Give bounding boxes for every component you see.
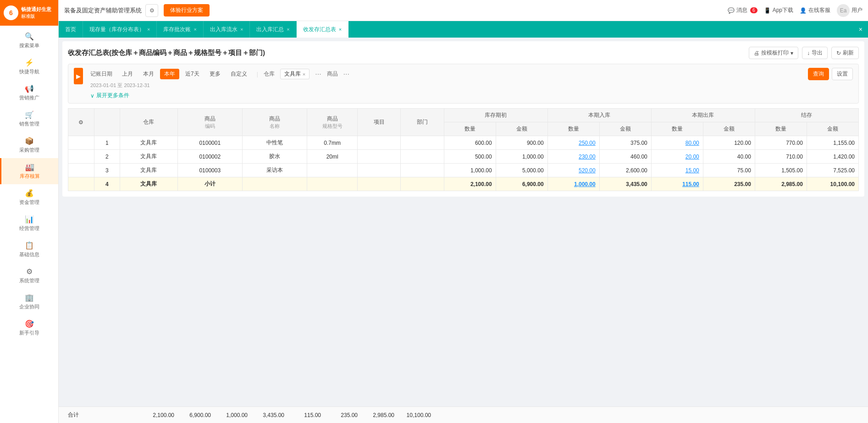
print-button[interactable]: 🖨 按模板打印 ▾ [749,47,798,59]
row3-balance-qty: 1,505.00 [755,164,807,177]
subtotal-settings [68,177,94,191]
date-label: 记账日期 [90,70,112,78]
row3-in-qty[interactable]: 520.00 [547,164,599,177]
close-all-tabs-button[interactable]: × [853,21,868,38]
total-out-amt: 235.00 [325,412,361,418]
quick-nav-icon: ⚡ [25,58,34,67]
subtotal-opening-qty: 2,100.00 [444,177,496,191]
sidebar-item-newbie[interactable]: 🎯 新手引导 [0,315,58,341]
row3-opening-qty: 1,000.00 [444,164,496,177]
row1-project [358,136,401,150]
tab-receipt-summary[interactable]: 收发存汇总表 × [297,21,348,38]
sidebar-item-basic-info[interactable]: 📋 基础信息 [0,236,58,263]
tab-inventory-dist[interactable]: 现存量（库存分布表） × [83,21,157,38]
goods-more-button[interactable]: ··· [343,70,349,78]
date-btn-last-month[interactable]: 上月 [118,69,137,79]
tab-io-summary[interactable]: 出入库汇总 × [250,21,296,38]
date-btn-custom[interactable]: 自定义 [227,69,251,79]
warehouse-remove-button[interactable]: × [303,71,305,77]
row2-spec: 20ml [307,150,358,164]
export-button[interactable]: ↓ 导出 [802,47,828,59]
total-balance-qty: 2,985.00 [361,412,398,418]
sidebar-item-corp[interactable]: 🏢 企业协同 [0,289,58,315]
query-button[interactable]: 查询 [808,68,829,80]
subtotal-in-amt: 3,435.00 [599,177,651,191]
date-buttons: 上月 本月 本年 近7天 更多 自定义 [118,69,251,79]
sidebar-item-purchase[interactable]: 📦 采购管理 [0,132,58,158]
tab-close-receipt-summary[interactable]: × [339,27,342,32]
sidebar-item-sales[interactable]: 🛒 销售管理 [0,106,58,132]
col-balance-amt-header: 金额 [807,122,858,136]
tab-close-io-summary[interactable]: × [287,27,289,32]
subtotal-opening-amt: 6,900.00 [496,177,547,191]
subtotal-empty2 [307,177,358,191]
sidebar-item-marketing[interactable]: 📢 营销推广 [0,80,58,106]
date-btn-this-month[interactable]: 本月 [139,69,158,79]
filter-row-date: 记账日期 上月 本月 本年 近7天 更多 自定义 | 仓库 文具库 [90,68,853,80]
tab-close-io-flow[interactable]: × [240,27,243,32]
tab-close-batch-account[interactable]: × [194,27,196,32]
logo-text: 畅捷通好生意 标准版 [21,6,51,19]
table-header-group-row: ⚙ 仓库 商品 编码 商品 名称 [68,109,859,122]
total-opening-amt: 6,900.00 [178,412,215,418]
expand-filter-button[interactable]: ∨ 展开更多条件 [90,92,853,99]
settings-filter-button[interactable]: 设置 [832,68,853,80]
column-settings-icon[interactable]: ⚙ [78,119,83,126]
app-download-button[interactable]: 📱 App下载 [764,6,793,14]
message-button[interactable]: 💬 消息 6 [728,6,757,14]
row3-out-qty[interactable]: 15.00 [651,164,703,177]
refresh-icon: ↻ [836,50,841,56]
filter-bar: ▶ 记账日期 上月 本月 本年 近7天 更多 自定义 | 仓库 [68,64,859,104]
refresh-button[interactable]: ↻ 刷新 [831,47,859,59]
col-in-qty-header: 数量 [547,122,599,136]
sidebar-item-search[interactable]: 🔍 搜索菜单 [0,27,58,54]
tab-home[interactable]: 首页 [59,21,83,38]
date-btn-more[interactable]: 更多 [205,69,225,79]
row1-out-qty[interactable]: 80.00 [651,136,703,150]
subtotal-balance-amt: 10,100.00 [807,177,858,191]
table-row: 2 文具库 0100002 胶水 20ml 500.00 1,000.00 23… [68,150,859,164]
date-btn-7days[interactable]: 近7天 [181,69,204,79]
row2-in-qty[interactable]: 230.00 [547,150,599,164]
sidebar-item-finance[interactable]: 💰 资金管理 [0,184,58,210]
row2-opening-qty: 500.00 [444,150,496,164]
date-btn-this-year[interactable]: 本年 [160,69,179,79]
total-opening-qty: 2,100.00 [141,412,178,418]
row2-settings [68,150,94,164]
inventory-icon: 🏭 [25,163,34,171]
search-icon: 🔍 [25,32,34,41]
total-balance-amt: 10,100.00 [398,412,435,418]
sidebar-item-system[interactable]: ⚙ 系统管理 [0,263,58,289]
row1-in-qty[interactable]: 250.00 [547,136,599,150]
purchase-icon: 📦 [25,137,34,145]
col-out-group-header: 本期出库 [651,109,755,122]
trial-button[interactable]: 体验行业方案 [164,4,210,16]
warehouse-more-button[interactable]: ··· [315,70,321,78]
tab-batch-account[interactable]: 库存批次账 × [157,21,203,38]
gear-button[interactable]: ⚙ [145,4,158,17]
col-dept-header: 部门 [401,109,444,136]
row2-out-qty[interactable]: 20.00 [651,150,703,164]
col-settings-header: ⚙ [68,109,94,136]
row2-opening-amt: 1,000.00 [496,150,547,164]
subtotal-balance-qty: 2,985.00 [755,177,807,191]
date-range-row: 2023-01-01 至 2023-12-31 [90,82,853,89]
col-in-amt-header: 金额 [599,122,651,136]
user-menu[interactable]: Ea 用户 [837,4,862,17]
subtotal-warehouse: 文具库 [120,177,178,191]
tab-close-inventory-dist[interactable]: × [147,27,150,32]
sidebar-item-inventory[interactable]: 🏭 库存核算 [0,158,58,184]
row1-out-amt: 120.00 [703,136,755,150]
table-row: 3 文具库 0100003 采访本 1,000.00 5,000.00 520.… [68,164,859,177]
row2-balance-amt: 1,420.00 [807,150,858,164]
row1-opening-qty: 600.00 [444,136,496,150]
online-service-button[interactable]: 👤 在线客服 [800,6,830,14]
row3-dept [401,164,444,177]
row3-name: 采访本 [242,164,307,177]
sidebar-item-operations[interactable]: 📊 经营管理 [0,210,58,236]
system-icon: ⚙ [26,267,33,276]
col-opening-group-header: 库存期初 [444,109,547,122]
sidebar-item-quick-nav[interactable]: ⚡ 快捷导航 [0,54,58,80]
tab-io-flow[interactable]: 出入库流水 × [204,21,250,38]
filter-toggle-button[interactable]: ▶ [74,68,83,84]
